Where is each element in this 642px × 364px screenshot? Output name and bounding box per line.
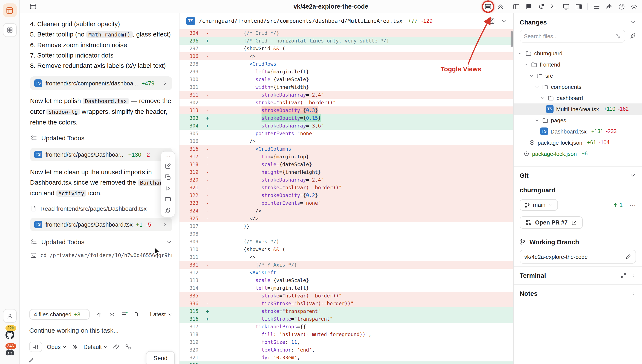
diff-line: 317- top={margin.top} [180,153,513,160]
diff-line-number: 297 [180,45,201,52]
file-tree: churnguardfrontendsrccomponentsdashboard… [514,46,642,164]
terminal-command-row[interactable]: cd /private/var/folders/10/h7w0q46556ggr… [30,252,172,259]
branch-selector[interactable]: main [520,199,558,211]
menu-icon[interactable] [593,3,600,10]
panel-left-icon[interactable] [513,3,520,10]
nav-grid-button[interactable] [3,23,17,37]
diff-line-number: 325 [180,214,201,222]
diff-marker: + [201,122,214,130]
expand-icon[interactable] [620,272,626,278]
todos-row[interactable]: Updated Todos [30,238,172,246]
more-options-icon[interactable]: ⋯ [165,154,171,158]
file-tree-row[interactable]: TSMultiLineArea.tsx+110-162 [514,104,642,114]
diff-marker: - [201,52,214,60]
notes-section[interactable]: Notes [514,284,642,302]
edit-icon[interactable] [625,254,631,260]
chevron-down-icon[interactable] [629,172,636,178]
spark-icon[interactable] [109,311,115,318]
todos-row[interactable]: Updated Todos [30,134,172,142]
file-tree-row[interactable]: components [514,81,642,92]
terminal-icon[interactable] [550,3,557,10]
feather-icon[interactable] [629,32,636,40]
git-compare-icon[interactable] [538,3,545,10]
file-tree-row[interactable]: package-lock.json+61-104 [514,137,642,148]
send-button[interactable]: Send [146,351,175,364]
diff-code: strokeOpacity={0.15} [214,114,513,122]
inline-code: Dashboard.tsx [83,98,129,104]
file-change-chip[interactable]: TSfrontend/src/pages/Dashboard.tsx+1-5 [30,218,172,231]
file-tree-row[interactable]: pages [514,114,642,126]
latest-dropdown[interactable]: Latest [150,311,173,318]
more-options-button[interactable]: ⋯ [629,201,636,209]
collapse-all-icon[interactable] [497,3,504,10]
scrollbar-thumb[interactable] [511,31,513,47]
package-icon [523,151,529,157]
file-change-chip[interactable]: TSfrontend/src/pages/Dashboar...+130-2 [30,148,172,162]
todo-list-icon[interactable] [121,311,128,318]
settings-icon[interactable] [630,3,638,10]
forward-icon[interactable] [605,3,613,10]
additions-count: +131 [591,128,603,134]
diff-line: 317 tickLabelProps={{ [180,323,513,330]
file-tree-row[interactable]: frontend [514,59,642,70]
terminal-section[interactable]: Terminal [514,266,642,284]
loading-spinner [134,312,138,317]
attachment-icon[interactable] [113,344,120,350]
message-input[interactable]: Continue working on this task... [29,327,173,334]
diff-line-number: 311 [180,91,201,99]
diff-line: 310 {showAxis && ( [180,246,513,253]
person-icon [6,312,14,320]
model-dropdown[interactable]: Opus [47,344,67,350]
files-changed-chip[interactable]: 4 files changed +3... [29,309,90,320]
collapse-icon[interactable] [615,33,621,39]
chevron-down-icon[interactable] [629,19,636,25]
discord-link[interactable]: 346 [3,347,16,359]
fast-forward-icon[interactable] [72,344,79,350]
working-branch-input[interactable]: vk/4e2a-explore-the-code [520,250,636,264]
diff-line: 319 fontSize: 11, [180,338,513,346]
open-pr-button[interactable]: Open PR #7 [520,216,583,229]
diff-line: 314 left={margin.left} [180,284,513,292]
deletions-count: -129 [421,18,432,24]
help-icon[interactable] [618,3,625,10]
chevron-down-icon[interactable] [501,17,507,24]
nav-workspace-button[interactable] [3,4,17,17]
annotation-ring [482,0,494,13]
file-tree-row[interactable]: dashboard [514,92,642,104]
diff-line: 320 textAnchor: 'end', [180,346,513,354]
file-tree-row[interactable]: TSDashboard.tsx+131-233 [514,126,642,137]
github-link[interactable]: 22k [3,329,16,341]
preset-label: Default [84,344,102,350]
chat-icon[interactable] [525,3,532,10]
play-icon[interactable] [165,185,171,192]
file-tree-row[interactable]: package-lock.json+6 [514,148,642,159]
arrow-up-icon[interactable] [96,311,103,318]
file-tree-row[interactable]: churnguard [514,48,642,59]
account-button[interactable] [3,309,17,323]
chevron-right-icon[interactable] [631,273,636,278]
git-section-header[interactable]: Git [514,166,642,183]
chevron-down-icon[interactable] [165,238,172,245]
pencil-icon[interactable] [28,358,34,363]
search-files-input[interactable]: Search files... [520,30,625,42]
diff-marker: - [201,184,214,192]
changes-section-header[interactable]: Changes [514,13,642,30]
read-file-row[interactable]: Read frontend/src/pages/Dashboard.tsx [30,205,172,212]
chevron-right-icon[interactable] [631,291,636,296]
preset-dropdown[interactable]: Default [84,344,109,350]
diff-view-toggle-icon[interactable] [488,17,495,24]
file-change-chip[interactable]: TSfrontend/src/components/dashboa...+479 [30,76,172,90]
git-compare-icon[interactable] [165,207,171,214]
settings-sliders-button[interactable] [29,342,42,352]
toggle-views-button[interactable] [484,3,492,10]
additions-count: +1 [136,221,143,228]
copy-icon[interactable] [165,174,171,181]
monitor-icon[interactable] [165,196,171,203]
shapes-icon[interactable] [125,344,131,350]
diff-line-number: 316 [180,145,201,153]
file-tree-row[interactable]: src [514,70,642,81]
panel-right-icon[interactable] [575,3,582,10]
monitor-icon[interactable] [562,3,570,10]
compose-icon[interactable] [165,163,171,170]
diff-marker [201,354,214,362]
